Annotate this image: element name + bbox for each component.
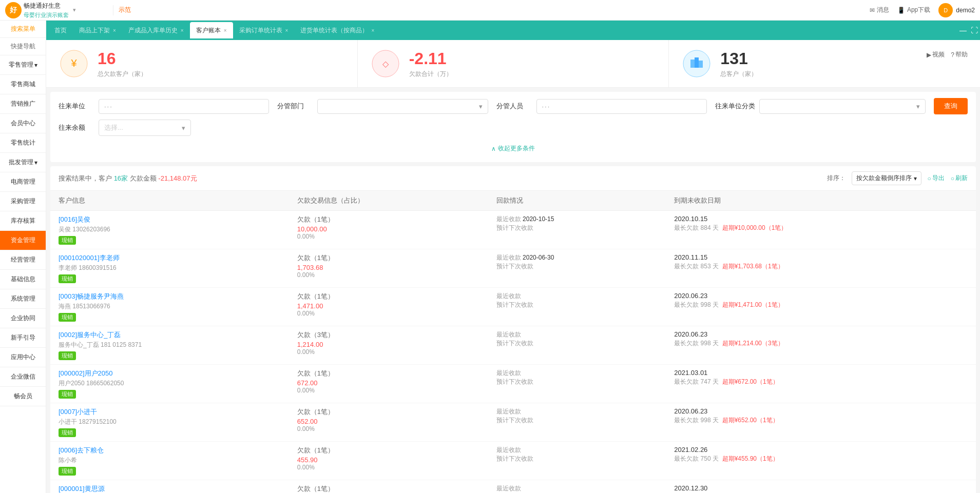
tab-close-customer-account[interactable]: × bbox=[224, 28, 227, 33]
collapse-btn[interactable]: ∧ 收起更多条件 bbox=[59, 141, 968, 156]
customer-name-4[interactable]: [000002]用户2050 bbox=[59, 369, 281, 378]
customer-name-7[interactable]: [000001]黄思源 bbox=[59, 484, 281, 493]
sidebar-item-member[interactable]: 会员中心 bbox=[0, 114, 46, 133]
message-btn[interactable]: ✉ 消息 bbox=[870, 6, 889, 14]
sidebar-item-finance[interactable]: 资金管理 bbox=[0, 231, 46, 250]
filter-person-input[interactable]: ··· bbox=[536, 99, 707, 114]
debt-amount-6[interactable]: 455.90 bbox=[297, 456, 480, 464]
refresh-icon: ○ bbox=[951, 175, 954, 182]
video-btn[interactable]: ▶ 视频 bbox=[927, 50, 945, 59]
debt-percent-6: 0.00% bbox=[297, 464, 480, 471]
tab-customer-account[interactable]: 客户账本 × bbox=[190, 22, 233, 38]
customer-tag-5: 现销 bbox=[59, 428, 76, 437]
customer-name-5[interactable]: [0007]小进干 bbox=[59, 407, 281, 417]
filter-item-unit: 往来单位 ··· bbox=[59, 99, 269, 114]
help-btn[interactable]: ? 帮助 bbox=[951, 50, 968, 59]
demo-tag[interactable]: 示范 bbox=[119, 6, 131, 14]
sidebar-quick-nav[interactable]: 快捷导航 bbox=[0, 38, 46, 55]
overdue-link-0[interactable]: 超期¥10,000.00（1笔） bbox=[722, 224, 787, 231]
stat-number-total-customers: 131 bbox=[720, 49, 757, 68]
customer-name-1[interactable]: [0001020001]李老师 bbox=[59, 253, 281, 263]
sidebar-item-ecommerce[interactable]: 电商管理 bbox=[0, 172, 46, 192]
sidebar-search[interactable]: 搜索菜单 bbox=[0, 21, 46, 38]
sidebar-item-marketing[interactable]: 营销推广 bbox=[0, 94, 46, 114]
logo-icon: 好 bbox=[5, 2, 22, 18]
export-btn[interactable]: ○ 导出 bbox=[928, 174, 945, 183]
sidebar-item-retail-store[interactable]: 零售商城 bbox=[0, 75, 46, 94]
overdue-link-4[interactable]: 超期¥672.00（1笔） bbox=[722, 378, 779, 385]
sidebar-item-inventory[interactable]: 库存核算 bbox=[0, 211, 46, 231]
filter-balance-placeholder: 选择... bbox=[104, 123, 123, 132]
tab-close-product-history[interactable]: × bbox=[181, 28, 184, 33]
table-row: [0007]小进干 小进干 18279152100 现销 欠款（1笔） 652.… bbox=[50, 403, 976, 442]
sidebar-item-wechat[interactable]: 企业微信 bbox=[0, 367, 46, 387]
page-content: ¥ 16 总欠款客户（家） ◇ bbox=[46, 40, 980, 493]
cell-due-6: 2021.02.26 最长欠款 750 天 超期¥455.90（1笔） bbox=[666, 442, 976, 480]
sidebar-item-retail-stats[interactable]: 零售统计 bbox=[0, 133, 46, 153]
customer-contact-1: 李老师 18600391516 bbox=[59, 264, 281, 272]
tab-product-history[interactable]: 产成品入库单历史 × bbox=[122, 22, 190, 38]
tab-product-offline[interactable]: 商品上下架 × bbox=[73, 22, 122, 38]
cell-recovery-4: 最近收款 预计下次收款 bbox=[488, 365, 666, 403]
sidebar-item-guide[interactable]: 新手引导 bbox=[0, 328, 46, 348]
tab-bar: 首页 商品上下架 × 产成品入库单历史 × 客户账本 × 采购订单统计表 × bbox=[46, 21, 980, 40]
sort-select[interactable]: 按欠款金额倒序排序 ▾ bbox=[852, 171, 921, 185]
industry-selector[interactable]: 母婴行业演示账套 bbox=[24, 11, 69, 19]
sidebar-item-enterprise[interactable]: 企业协同 bbox=[0, 309, 46, 328]
debt-amount-5[interactable]: 652.00 bbox=[297, 418, 480, 425]
sidebar-item-retail-mgmt[interactable]: 零售管理 ▾ bbox=[0, 55, 46, 75]
debt-amount-0[interactable]: 10,000.00 bbox=[297, 225, 480, 233]
tab-purchase-order[interactable]: 采购订单统计表 × bbox=[233, 22, 295, 38]
filter-row-1: 往来单位 ··· 分管部门 ▾ bbox=[59, 98, 968, 114]
filter-unit-class-select[interactable]: ▾ bbox=[759, 99, 926, 114]
overdue-link-5[interactable]: 超期¥652.00（1笔） bbox=[722, 417, 779, 424]
debt-amount-2[interactable]: 1,471.00 bbox=[297, 302, 480, 310]
stats-row: ¥ 16 总欠款客户（家） ◇ bbox=[46, 40, 980, 88]
customer-name-2[interactable]: [0003]畅捷服务尹海燕 bbox=[59, 292, 281, 301]
user-profile[interactable]: D demo2 bbox=[938, 3, 975, 17]
refresh-btn[interactable]: ○ 刷新 bbox=[951, 174, 968, 183]
sidebar-item-system[interactable]: 系统管理 bbox=[0, 289, 46, 309]
sidebar-item-operations[interactable]: 经营管理 bbox=[0, 250, 46, 270]
sidebar-item-vip[interactable]: 畅会员 bbox=[0, 387, 46, 406]
tab-close-product-offline[interactable]: × bbox=[113, 28, 116, 33]
query-button[interactable]: 查询 bbox=[934, 98, 968, 114]
sidebar-item-batch-mgmt[interactable]: 批发管理 ▾ bbox=[0, 153, 46, 172]
filter-balance-select[interactable]: 选择... ▾ bbox=[99, 120, 191, 136]
recovery-label-1: 最近收款 2020-06-30 bbox=[496, 253, 658, 262]
overdue-link-3[interactable]: 超期¥1,214.00（3笔） bbox=[722, 340, 784, 347]
sidebar-item-app-center[interactable]: 应用中心 bbox=[0, 348, 46, 367]
debt-amount-1[interactable]: 1,703.68 bbox=[297, 264, 480, 271]
tab-home[interactable]: 首页 bbox=[48, 22, 73, 38]
tab-inventory-stats[interactable]: 进货单统计表（按商品） × bbox=[294, 22, 380, 38]
sidebar-item-purchase[interactable]: 采购管理 bbox=[0, 192, 46, 211]
data-table: 客户信息 欠款交易信息（占比） 回款情况 到期未收款日期 [0016]吴俊 吴俊… bbox=[50, 191, 976, 493]
recovery-label-0: 最近收款 2020-10-15 bbox=[496, 215, 658, 224]
table-row: [000002]用户2050 用户2050 18665062050 现销 欠款（… bbox=[50, 365, 976, 403]
customer-name-0[interactable]: [0016]吴俊 bbox=[59, 215, 281, 224]
overdue-link-6[interactable]: 超期¥455.90（1笔） bbox=[722, 455, 779, 462]
overdue-link-1[interactable]: 超期¥1,703.68（1笔） bbox=[722, 263, 784, 270]
recovery-next-4: 预计下次收款 bbox=[496, 378, 658, 386]
app-download-btn[interactable]: 📱 App下载 bbox=[897, 6, 930, 14]
stat-content-total-customers: 131 总客户（家） bbox=[720, 49, 757, 78]
filter-unit-class-label: 往来单位分类 bbox=[715, 102, 755, 111]
stat-content-debt-customers: 16 总欠款客户（家） bbox=[98, 49, 147, 78]
overdue-link-2[interactable]: 超期¥1,471.00（1笔） bbox=[722, 301, 784, 308]
cell-recovery-2: 最近收款 预计下次收款 bbox=[488, 288, 666, 326]
debt-amount-3[interactable]: 1,214.00 bbox=[297, 341, 480, 348]
tab-close-purchase-order[interactable]: × bbox=[285, 28, 289, 33]
tab-close-inventory-stats[interactable]: × bbox=[371, 28, 374, 33]
stat-icon-debt: ¥ bbox=[59, 48, 89, 79]
due-date-7: 2020.12.30 bbox=[674, 484, 968, 492]
customer-name-3[interactable]: [0002]服务中心_丁磊 bbox=[59, 330, 281, 340]
filter-dept-select[interactable]: ▾ bbox=[317, 99, 488, 114]
debt-amount-4[interactable]: 672.00 bbox=[297, 379, 480, 387]
cell-customer-6: [0006]去下粮仓 陈小希 现销 bbox=[50, 442, 289, 480]
cell-debt-7: 欠款（1笔） 429.00 0.00% bbox=[289, 480, 488, 494]
filter-unit-input[interactable]: ··· bbox=[99, 99, 269, 114]
customer-name-6[interactable]: [0006]去下粮仓 bbox=[59, 446, 281, 455]
sidebar-item-basic-info[interactable]: 基础信息 bbox=[0, 270, 46, 289]
maximize-icon[interactable]: ⛶ bbox=[971, 26, 978, 34]
minimize-icon[interactable]: — bbox=[959, 26, 967, 34]
